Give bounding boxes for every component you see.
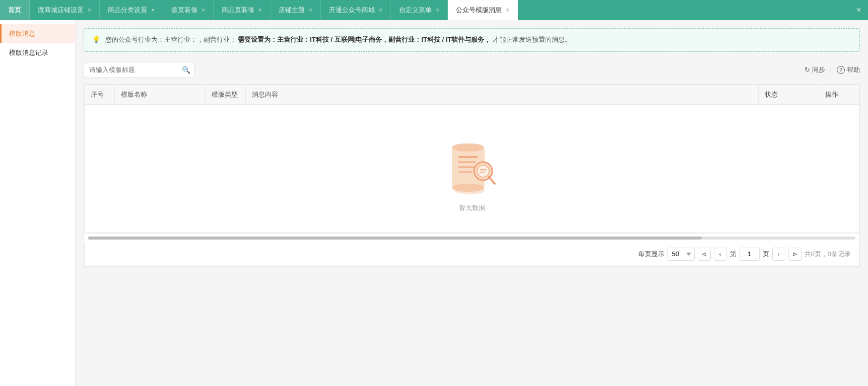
tab-close-open-wechat[interactable]: × (379, 7, 382, 14)
col-header-name: 模版名称 (115, 85, 206, 104)
help-icon: ? (837, 66, 845, 74)
toolbar-divider: | (830, 66, 832, 73)
table-container: 序号模版名称模版类型消息内容状态操作 (84, 84, 860, 267)
tab-label: 商品分类设置 (108, 6, 147, 15)
page-prefix: 第 (730, 250, 737, 259)
svg-point-9 (477, 165, 489, 177)
search-bar: 🔍 ↻ 同步 | ? 帮助 (84, 62, 860, 78)
page-size-select[interactable]: 50 10 20 100 (667, 248, 695, 261)
tab-bar: 首页微商城店铺设置×商品分类设置×首页装修×商品页装修×店铺主题×开通公众号商城… (0, 0, 868, 20)
svg-rect-7 (458, 171, 472, 173)
search-input-wrap: 🔍 (84, 62, 194, 78)
tab-open-wechat[interactable]: 开通公众号商城× (321, 0, 391, 20)
sidebar-item-template-msg-record[interactable]: 模版消息记录 (0, 43, 75, 62)
empty-state: 暂无数据 (85, 105, 859, 233)
help-label: 帮助 (847, 65, 860, 74)
scrollbar-track[interactable] (88, 237, 855, 240)
tab-product-decoration[interactable]: 商品页装修× (214, 0, 271, 20)
notice-suffix: 才能正常发送预置的消息。 (493, 36, 571, 43)
next-page-button[interactable]: › (772, 248, 785, 261)
tab-close-category-settings[interactable]: × (151, 7, 155, 14)
tab-close-shop-theme[interactable]: × (309, 7, 312, 14)
notice-box: 💡 您的公众号行业为：主营行业：，副营行业： 需要设置为：主营行业：IT科技 /… (84, 28, 860, 52)
sidebar: 模版消息模版消息记录 (0, 20, 76, 386)
sidebar-item-template-msg[interactable]: 模版消息 (0, 24, 75, 43)
tab-label: 公众号模版消息 (456, 6, 502, 15)
tab-label: 首页装修 (171, 6, 197, 15)
tab-close-shop-settings[interactable]: × (88, 7, 91, 14)
tab-shop-settings[interactable]: 微商城店铺设置× (30, 0, 100, 20)
col-header-seq: 序号 (85, 85, 115, 104)
total-info: 共0页，0条记录 (805, 250, 851, 259)
col-header-content: 消息内容 (246, 85, 759, 104)
sync-label: 同步 (812, 65, 825, 74)
svg-point-2 (452, 143, 484, 151)
tab-close-custom-menu[interactable]: × (436, 7, 439, 14)
toolbar-right: ↻ 同步 | ? 帮助 (805, 65, 860, 74)
page-size-label: 每页显示 (638, 250, 664, 259)
col-header-status: 状态 (759, 85, 819, 104)
tab-close-product-decoration[interactable]: × (258, 7, 262, 14)
notice-highlight: 需要设置为：主营行业：IT科技 / 互联网|电子商务，副营行业：IT科技 / I… (238, 36, 491, 43)
col-header-type: 模版类型 (206, 85, 246, 104)
tab-template-msg[interactable]: 公众号模版消息× (448, 0, 518, 20)
svg-rect-5 (458, 161, 476, 163)
global-close-button[interactable]: × (849, 6, 868, 15)
help-button[interactable]: ? 帮助 (837, 65, 860, 74)
scrollbar-area[interactable] (84, 233, 859, 243)
tab-custom-menu[interactable]: 自定义菜单× (391, 0, 448, 20)
svg-rect-12 (480, 172, 485, 173)
svg-point-3 (452, 184, 484, 192)
data-table: 序号模版名称模版类型消息内容状态操作 (84, 85, 859, 233)
notice-icon: 💡 (92, 36, 100, 43)
svg-rect-4 (458, 156, 478, 158)
content-area: 💡 您的公众号行业为：主营行业：，副营行业： 需要设置为：主营行业：IT科技 /… (76, 20, 868, 386)
notice-prefix: 您的公众号行业为：主营行业：，副营行业： (105, 36, 236, 43)
page-suffix: 页 (763, 250, 769, 259)
scrollbar-thumb[interactable] (88, 237, 702, 240)
search-input[interactable] (84, 62, 194, 78)
search-button[interactable]: 🔍 (182, 66, 190, 74)
svg-line-10 (489, 177, 495, 184)
tab-label: 微商城店铺设置 (38, 6, 84, 15)
tab-close-template-msg[interactable]: × (506, 7, 509, 14)
last-page-button[interactable]: ⊳ (788, 248, 802, 261)
empty-text: 暂无数据 (85, 203, 859, 212)
empty-icon (442, 135, 502, 195)
col-header-actions: 操作 (819, 85, 859, 104)
tab-label: 店铺主题 (279, 6, 305, 15)
sync-icon: ↻ (805, 66, 810, 73)
tab-home[interactable]: 首页 (0, 0, 30, 20)
tab-close-home-decoration[interactable]: × (202, 7, 205, 14)
tab-label: 商品页装修 (222, 6, 254, 15)
tab-shop-theme[interactable]: 店铺主题× (271, 0, 321, 20)
first-page-button[interactable]: ⊲ (698, 248, 711, 261)
tab-label: 开通公众号商城 (329, 6, 375, 15)
svg-rect-11 (480, 169, 487, 171)
main-layout: 模版消息模版消息记录 💡 您的公众号行业为：主营行业：，副营行业： 需要设置为：… (0, 20, 868, 386)
tab-label: 首页 (8, 6, 21, 15)
sync-button[interactable]: ↻ 同步 (805, 65, 825, 74)
pagination-bar: 每页显示 50 10 20 100 ⊲ ‹ 第 页 › ⊳ 共0页，0条记录 (84, 243, 859, 266)
tab-home-decoration[interactable]: 首页装修× (163, 0, 214, 20)
tab-label: 自定义菜单 (399, 6, 432, 15)
prev-page-button[interactable]: ‹ (714, 248, 727, 261)
tab-category-settings[interactable]: 商品分类设置× (100, 0, 163, 20)
page-number-input[interactable] (740, 248, 760, 261)
